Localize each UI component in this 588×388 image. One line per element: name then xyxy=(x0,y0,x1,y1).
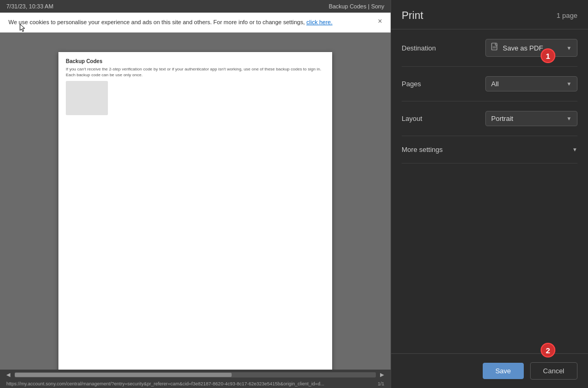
scrollbar-track[interactable] xyxy=(15,372,376,377)
pdf-icon xyxy=(491,43,499,53)
print-pages-count: 1 page xyxy=(556,12,577,19)
layout-dropdown[interactable]: Portrait ▼ xyxy=(485,111,577,126)
destination-dropdown[interactable]: Save as PDF ▼ xyxy=(485,39,577,57)
page-url: https://my.account.sony.com/central/mana… xyxy=(0,380,377,388)
scroll-left-icon[interactable]: ◀ xyxy=(6,372,11,377)
pages-control-inner: All xyxy=(491,80,499,88)
destination-row: Destination Save as PDF ▼ xyxy=(402,29,577,67)
preview-scrollbar[interactable]: ◀ ▶ xyxy=(0,370,391,380)
page-preview: Backup Codes If you can't receive the 2-… xyxy=(58,52,332,370)
layout-chevron-icon: ▼ xyxy=(566,116,572,121)
preview-content: We use cookies to personalise your exper… xyxy=(0,13,391,370)
browser-bar: 7/31/23, 10:33 AM Backup Codes | Sony xyxy=(0,0,391,13)
svg-rect-1 xyxy=(492,43,497,50)
cookie-text: We use cookies to personalise your exper… xyxy=(8,18,373,27)
print-title: Print xyxy=(402,9,423,22)
pages-value: All xyxy=(491,80,499,88)
preview-area: 7/31/23, 10:33 AM Backup Codes | Sony We… xyxy=(0,0,391,388)
layout-value: Portrait xyxy=(491,115,513,122)
page-footer: https://my.account.sony.com/central/mana… xyxy=(0,380,391,388)
layout-row: Layout Portrait ▼ xyxy=(402,101,577,136)
destination-value: Save as PDF xyxy=(503,44,543,52)
browser-timestamp: 7/31/23, 10:33 AM xyxy=(6,3,53,9)
layout-label: Layout xyxy=(402,115,444,122)
pages-row: Pages All ▼ xyxy=(402,67,577,101)
browser-title: Backup Codes | Sony xyxy=(328,3,384,9)
pages-label: Pages xyxy=(402,80,444,88)
cookie-banner: We use cookies to personalise your exper… xyxy=(0,13,391,33)
destination-control-inner: Save as PDF xyxy=(491,43,543,53)
layout-control-inner: Portrait xyxy=(491,115,513,122)
page-preview-image xyxy=(66,81,108,115)
destination-label: Destination xyxy=(402,44,444,52)
cookie-link[interactable]: click here. xyxy=(306,19,333,25)
print-settings: Destination Save as PDF ▼ xyxy=(391,29,588,353)
print-footer: Save Cancel xyxy=(391,353,588,388)
pages-dropdown[interactable]: All ▼ xyxy=(485,76,577,91)
more-settings-chevron-icon: ▼ xyxy=(572,147,577,152)
page-preview-body: If you can't receive the 2-step verifica… xyxy=(66,66,325,78)
cookie-close-button[interactable]: × xyxy=(378,17,382,25)
more-settings-label: More settings xyxy=(402,146,443,154)
scroll-right-icon[interactable]: ▶ xyxy=(380,372,384,377)
cancel-button[interactable]: Cancel xyxy=(530,362,577,380)
print-panel: 1 2 Print 1 page Destination xyxy=(391,0,588,388)
page-preview-title: Backup Codes xyxy=(66,58,325,64)
pages-chevron-icon: ▼ xyxy=(566,81,572,87)
page-number: 1/1 xyxy=(377,381,391,386)
print-header: Print 1 page xyxy=(391,0,588,29)
more-settings-row[interactable]: More settings ▼ xyxy=(402,136,577,164)
destination-chevron-icon: ▼ xyxy=(566,45,572,51)
scrollbar-thumb xyxy=(15,373,232,377)
save-button[interactable]: Save xyxy=(483,363,524,379)
